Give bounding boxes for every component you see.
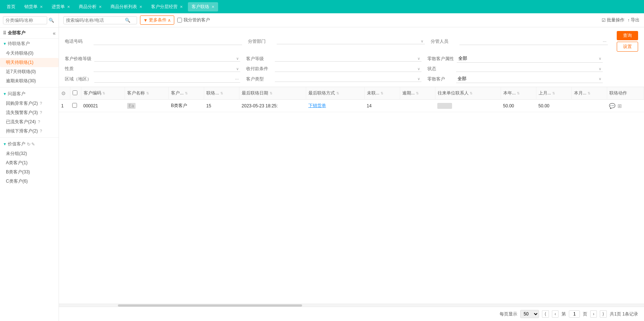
row-checkbox[interactable] (72, 103, 77, 108)
sidebar-group-problem[interactable]: ▼ 问题客户 (0, 89, 59, 99)
settings-icon[interactable]: ⚙ (61, 90, 66, 96)
th-name[interactable]: 客户名称 ⇅ (125, 87, 169, 100)
th-code[interactable]: 客户编码 ⇅ (81, 87, 125, 100)
region-select[interactable]: ··· (94, 76, 240, 83)
cell-checkbox[interactable] (70, 100, 81, 112)
sidebar-item-tomorrow[interactable]: 明天待联络(1) (0, 58, 59, 67)
scrollbar-thumb[interactable] (118, 304, 302, 307)
sidebar-item-declining[interactable]: 持续下滑客户(2) ? (0, 127, 59, 136)
query-button[interactable]: 查询 (617, 31, 638, 40)
checkbox-icon: ☑ (602, 18, 606, 23)
my-customers-input[interactable] (177, 18, 182, 23)
table-container: ⚙ 客户编码 ⇅ 客户名称 ⇅ 客户... ⇅ 联络... ⇅ 最后联络日期 ⇅… (59, 87, 644, 304)
close-icon[interactable]: ✕ (99, 5, 102, 9)
cell-overdue (400, 100, 435, 112)
payment-select[interactable]: ∨ (275, 66, 421, 72)
th-last-month[interactable]: 上月... ⇅ (536, 87, 571, 100)
horizontal-scrollbar[interactable] (59, 304, 644, 307)
sidebar-item-repurchase[interactable]: 回购异常客户(2) ? (0, 99, 59, 108)
nav-product-analysis-list[interactable]: 商品分析列表 ✕ (107, 2, 146, 11)
first-page-btn[interactable]: ⟨ (542, 310, 549, 318)
th-no-contact[interactable]: 未联... ⇅ (364, 87, 400, 100)
grid-icon[interactable]: ⊞ (617, 103, 622, 109)
th-type[interactable]: 客户... ⇅ (169, 87, 204, 100)
th-overdue[interactable]: 逾期... ⇅ (400, 87, 435, 100)
nature-select[interactable]: ∨ (94, 66, 240, 72)
nav-product-analysis[interactable]: 商品分析 ✕ (75, 2, 105, 11)
per-page-select[interactable]: 50 100 (520, 310, 539, 318)
edit-icon[interactable]: ✎ (31, 142, 35, 147)
retail-attr-select[interactable]: 全部 ∨ (457, 55, 603, 63)
comment-icon[interactable]: 💬 (609, 103, 615, 109)
customer-level-select[interactable]: ∨ (275, 56, 421, 62)
sidebar-item-ungrouped[interactable]: 未分组(32) (0, 149, 59, 158)
next-page-btn[interactable]: › (590, 310, 597, 318)
close-icon[interactable]: ✕ (180, 5, 183, 9)
table-row: 1 000021 Ea B类客户 15 2023-05-23 18:25: 下销… (59, 100, 644, 112)
sort-icon: ⇅ (552, 92, 555, 95)
th-this-year[interactable]: 本年... ⇅ (501, 87, 536, 100)
sidebar-item-all[interactable]: ⠿ 全部客户 « (0, 28, 59, 39)
cell-this-month (571, 100, 607, 112)
sidebar-group-value[interactable]: ▼ 价值客户 ↻ ✎ (0, 139, 59, 149)
status-select[interactable]: ∨ (456, 66, 603, 72)
nav-customer-contact[interactable]: 客户联络 ✕ (188, 2, 218, 11)
filter-cell-dept: 分管部门 ∨ (248, 38, 431, 45)
sidebar-item-churned[interactable]: 已流失客户(24) ? (0, 117, 59, 127)
th-settings[interactable]: ⚙ (59, 87, 70, 100)
chevron-down-icon: ∨ (417, 77, 420, 81)
batch-btn[interactable]: ☑ 批量操作 (602, 17, 624, 23)
search-icon[interactable]: 🔍 (125, 18, 130, 23)
last-page-btn[interactable]: ⟩ (600, 310, 607, 318)
select-all-checkbox[interactable] (73, 90, 77, 95)
customer-type-select[interactable]: ∨ (275, 76, 421, 82)
nav-home[interactable]: 首页 (3, 2, 19, 11)
close-icon[interactable]: ✕ (211, 5, 214, 9)
nav-customer-layering[interactable]: 客户分层经营 ✕ (147, 2, 186, 11)
filter-btn[interactable]: ▼ 更多条件 ∧ (140, 15, 174, 25)
price-level-select[interactable]: ∨ (94, 56, 240, 62)
action-icons: 💬 ⊞ (609, 103, 641, 109)
sort-icon: ⇅ (220, 92, 223, 95)
cell-type: B类客户 (169, 100, 204, 112)
contact-method-link[interactable]: 下销货单 (308, 103, 326, 108)
sidebar-item-c-class[interactable]: C类客户(6) (0, 177, 59, 186)
sidebar-item-b-class[interactable]: B类客户(33) (0, 168, 59, 177)
dept-select[interactable]: ∨ (277, 38, 425, 44)
retail-customer-select[interactable]: 全部 ∨ (456, 75, 603, 83)
cell-last-contact-method[interactable]: 下销货单 (306, 100, 364, 112)
page-input[interactable] (569, 310, 580, 318)
th-checkbox[interactable] (70, 87, 81, 100)
close-icon[interactable]: ✕ (40, 5, 43, 9)
reset-button[interactable]: 设置 (617, 42, 638, 52)
export-btn[interactable]: ↑ 导出 (627, 17, 640, 23)
sidebar-group-pending[interactable]: ▼ 待联络客户 (0, 39, 59, 49)
sidebar-item-overdue[interactable]: 逾期未联络(30) (0, 76, 59, 86)
nav-purchase-order[interactable]: 进货单 ✕ (48, 2, 74, 11)
customer-type-label: 客户类型 (246, 76, 272, 82)
cell-last-contact-date: 2023-05-23 18:25: (239, 100, 306, 112)
payment-label: 收付款条件 (246, 66, 272, 72)
collapse-icon[interactable]: « (53, 30, 56, 36)
sidebar-search-icon[interactable]: 🔍 (49, 18, 54, 23)
th-last-contact-date[interactable]: 最后联络日期 ⇅ (239, 87, 306, 100)
refresh-icon[interactable]: ↻ (27, 142, 31, 147)
filter-cell-person: 分管人员 ··· (431, 38, 614, 45)
sidebar-item-7days[interactable]: 近7天待联络(0) (0, 67, 59, 76)
sidebar-item-churn-warning[interactable]: 流失预警客户(3) ? (0, 108, 59, 117)
th-last-contact-method[interactable]: 最后联络方式 ⇅ (306, 87, 364, 100)
close-icon[interactable]: ✕ (139, 5, 142, 9)
sidebar-search-input[interactable] (3, 16, 47, 24)
prev-page-btn[interactable]: ‹ (552, 310, 559, 318)
th-this-month[interactable]: 本月... ⇅ (571, 87, 607, 100)
sidebar-item-a-class[interactable]: A类客户(1) (0, 158, 59, 168)
close-icon[interactable]: ✕ (67, 5, 70, 9)
phone-input[interactable] (94, 38, 242, 45)
th-contact-person[interactable]: 往来单位联系人 ⇅ (435, 87, 501, 100)
search-input[interactable] (66, 18, 125, 23)
sidebar-item-today[interactable]: 今天待联络(0) (0, 49, 59, 58)
nav-sales-order[interactable]: 销货单 ✕ (21, 2, 46, 11)
th-contacts[interactable]: 联络... ⇅ (204, 87, 239, 100)
person-select[interactable]: ··· (459, 38, 608, 45)
my-customers-checkbox[interactable]: 我分管的客户 (177, 17, 210, 23)
